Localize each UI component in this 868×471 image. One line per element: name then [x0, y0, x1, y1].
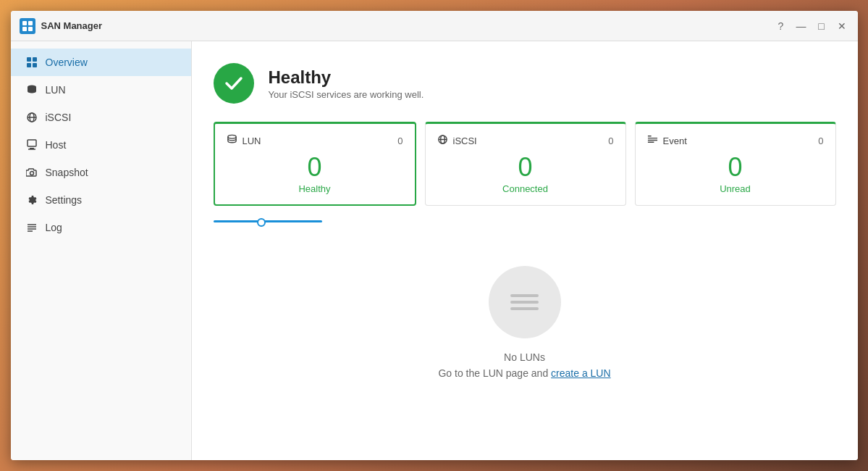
snapshot-icon	[25, 166, 38, 179]
log-icon	[25, 221, 38, 234]
card-event-count: 0	[818, 136, 823, 146]
card-event-header: Event 0	[647, 134, 824, 147]
card-iscsi-value: 0	[437, 154, 614, 180]
iscsi-icon	[25, 111, 38, 124]
app-body: Overview LUN	[11, 41, 858, 460]
host-icon	[25, 138, 38, 151]
sidebar-label-settings: Settings	[46, 194, 83, 206]
main-window: SAN Manager ? — □ ✕ Overview	[11, 11, 858, 460]
status-header: Healthy Your iSCSI services are working …	[214, 63, 836, 104]
status-description: Your iSCSI services are working well.	[269, 89, 424, 100]
close-button[interactable]: ✕	[835, 19, 849, 33]
sidebar-item-settings[interactable]: Settings	[11, 186, 191, 214]
sidebar-label-log: Log	[46, 222, 62, 233]
sidebar-item-lun[interactable]: LUN	[11, 76, 191, 104]
card-iscsi-icon	[437, 134, 448, 147]
minimize-button[interactable]: —	[794, 19, 809, 33]
cards-row: LUN 0 0 Healthy	[214, 122, 836, 206]
titlebar: SAN Manager ? — □ ✕	[11, 11, 858, 41]
empty-icon	[489, 266, 561, 338]
card-lun-icon	[227, 134, 237, 147]
main-content: Healthy Your iSCSI services are working …	[192, 41, 858, 460]
window-title: SAN Manager	[41, 20, 774, 31]
card-lun-value: 0	[227, 154, 403, 180]
maximize-button[interactable]: □	[814, 19, 829, 33]
status-title: Healthy	[269, 67, 424, 88]
sidebar-label-lun: LUN	[46, 84, 66, 96]
card-lun-label: LUN	[227, 134, 261, 147]
sidebar-item-iscsi[interactable]: iSCSI	[11, 104, 191, 131]
empty-state: No LUNs Go to the LUN page and create a …	[214, 244, 836, 393]
svg-rect-7	[33, 63, 37, 67]
card-event[interactable]: Event 0 0 Unread	[635, 122, 836, 206]
card-event-label: Event	[647, 134, 687, 147]
tab-indicator	[214, 220, 322, 222]
empty-title: No LUNs	[504, 351, 545, 363]
sidebar-item-log[interactable]: Log	[11, 214, 191, 241]
card-lun-header: LUN 0	[227, 134, 403, 147]
sidebar-label-host: Host	[46, 139, 67, 151]
card-iscsi-label: iSCSI	[437, 134, 477, 147]
sidebar-item-overview[interactable]: Overview	[11, 49, 191, 76]
svg-point-20	[227, 135, 235, 138]
sidebar: Overview LUN	[11, 41, 192, 460]
card-event-icon	[647, 134, 658, 147]
create-lun-link[interactable]: create a LUN	[551, 367, 610, 379]
app-icon	[20, 18, 35, 34]
card-event-value: 0	[647, 154, 824, 180]
window-controls: ? — □ ✕	[774, 19, 849, 33]
svg-rect-0	[22, 21, 27, 25]
empty-description: Go to the LUN page and create a LUN	[438, 367, 610, 379]
svg-rect-1	[28, 21, 33, 25]
svg-rect-12	[28, 140, 36, 146]
svg-rect-6	[27, 63, 31, 67]
card-event-status: Unread	[647, 183, 824, 194]
card-iscsi[interactable]: iSCSI 0 0 Connected	[425, 122, 626, 206]
sidebar-label-snapshot: Snapshot	[46, 167, 88, 178]
status-icon	[214, 63, 254, 104]
sidebar-item-host[interactable]: Host	[11, 131, 191, 159]
sidebar-item-snapshot[interactable]: Snapshot	[11, 159, 191, 186]
card-iscsi-status: Connected	[437, 183, 614, 194]
sidebar-label-overview: Overview	[46, 57, 88, 68]
card-lun-status: Healthy	[227, 183, 403, 194]
settings-icon	[25, 193, 38, 207]
help-button[interactable]: ?	[774, 19, 788, 33]
card-lun[interactable]: LUN 0 0 Healthy	[214, 122, 416, 206]
svg-rect-5	[33, 57, 37, 62]
overview-icon	[25, 56, 38, 69]
svg-rect-4	[27, 57, 31, 62]
sidebar-label-iscsi: iSCSI	[46, 112, 72, 123]
card-iscsi-count: 0	[608, 136, 613, 146]
card-iscsi-header: iSCSI 0	[437, 134, 614, 147]
status-text: Healthy Your iSCSI services are working …	[269, 67, 424, 100]
svg-point-15	[30, 172, 33, 175]
card-lun-count: 0	[397, 136, 403, 146]
svg-rect-2	[22, 27, 27, 31]
svg-rect-3	[28, 27, 33, 31]
lun-icon	[25, 83, 38, 96]
